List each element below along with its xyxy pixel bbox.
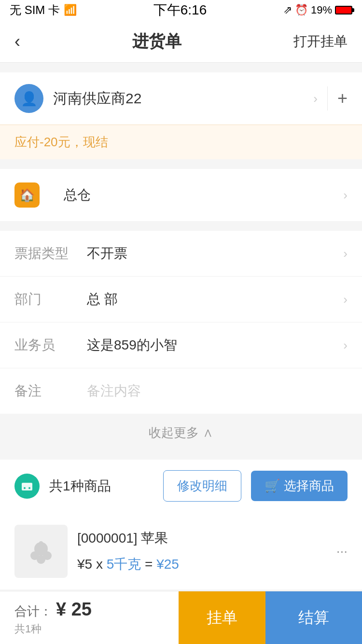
product-item: [0000001] 苹果 ¥5 x 5千克 = ¥25 ··· <box>0 513 362 589</box>
product-price: ¥5 x 5千克 = ¥25 <box>77 555 336 574</box>
form-section: 票据类型 不开票 › 部门 总 部 › 业务员 这是859的小智 › 备注 备注… <box>0 231 362 414</box>
status-bar: 无 SIM 卡 📶 下午6:16 ⇗ ⏰ 19% <box>0 0 362 20</box>
status-time: 下午6:16 <box>153 1 207 19</box>
products-section: 共1种商品 修改明细 🛒 选择商品 [0000001] 苹果 ¥5 x <box>0 460 362 589</box>
location-icon: ⇗ <box>283 4 292 16</box>
bottom-bar: 合计： ¥ 25 共1种 挂单 结算 <box>0 591 362 644</box>
svg-point-6 <box>37 555 45 564</box>
product-name: [0000001] 苹果 <box>77 529 336 547</box>
gap2 <box>0 159 362 169</box>
total-sub: 共1种 <box>14 622 164 636</box>
quantity: 5千克 <box>107 557 141 572</box>
select-product-button[interactable]: 🛒 选择商品 <box>251 471 348 501</box>
department-row[interactable]: 部门 总 部 › <box>0 277 362 322</box>
alarm-icon: ⏰ <box>295 4 308 16</box>
warehouse-row[interactable]: 🏠 总仓 › <box>0 169 362 221</box>
total-amount: ¥ 25 <box>56 599 92 620</box>
product-thumbnail <box>14 525 68 578</box>
supplier-avatar: 👤 <box>14 84 43 113</box>
collapse-row[interactable]: 收起更多 ∧ <box>0 414 362 452</box>
status-right: ⇗ ⏰ 19% <box>283 4 352 16</box>
svg-point-1 <box>24 487 26 489</box>
product-title: 苹果 <box>141 531 168 546</box>
svg-rect-0 <box>22 483 32 490</box>
salesperson-label: 业务员 <box>14 336 72 354</box>
warehouse-name: 总仓 <box>64 186 343 204</box>
hang-button[interactable]: 挂单 <box>179 591 265 644</box>
department-chevron-icon: › <box>343 292 348 307</box>
products-header: 共1种商品 修改明细 🛒 选择商品 <box>0 460 362 512</box>
equals-sign: = <box>145 557 156 572</box>
gap1 <box>0 63 362 72</box>
remarks-row[interactable]: 备注 备注内容 <box>0 368 362 414</box>
invoice-type-row[interactable]: 票据类型 不开票 › <box>0 231 362 277</box>
battery-percent: 19% <box>311 4 332 16</box>
warehouse-chevron-icon: › <box>343 188 348 203</box>
products-icon <box>14 474 40 499</box>
supplier-chevron-icon[interactable]: › <box>313 91 318 106</box>
notice-banner: 应付-20元，现结 <box>0 125 362 159</box>
select-product-label: 选择商品 <box>284 477 334 494</box>
total-section: 合计： ¥ 25 共1种 <box>0 599 179 636</box>
total-label: 合计： <box>14 603 52 620</box>
supplier-row: 👤 河南供应商22 › + <box>0 72 362 125</box>
remarks-input[interactable]: 备注内容 <box>87 382 348 400</box>
invoice-type-chevron-icon: › <box>343 246 348 261</box>
gap4 <box>0 452 362 460</box>
unit-price: ¥5 x <box>77 557 107 572</box>
checkout-button[interactable]: 结算 <box>265 591 362 644</box>
product-code: [0000001] <box>77 531 141 546</box>
edit-detail-button[interactable]: 修改明细 <box>163 470 241 502</box>
warehouse-icon: 🏠 <box>14 182 40 208</box>
subtotal: ¥25 <box>156 557 179 572</box>
status-left: 无 SIM 卡 📶 <box>10 2 77 18</box>
wifi-icon: 📶 <box>64 4 77 16</box>
supplier-divider <box>327 86 328 111</box>
page-title: 进货单 <box>132 30 181 53</box>
back-button[interactable]: ‹ <box>14 31 20 52</box>
invoice-type-value: 不开票 <box>87 244 343 263</box>
products-count: 共1种商品 <box>49 477 153 495</box>
add-supplier-button[interactable]: + <box>337 88 348 109</box>
total-main: 合计： ¥ 25 <box>14 599 164 620</box>
gap3 <box>0 221 362 231</box>
open-pending-button[interactable]: 打开挂单 <box>293 32 348 51</box>
product-more-button[interactable]: ··· <box>336 544 348 559</box>
svg-point-7 <box>39 541 43 545</box>
warehouse-section: 🏠 总仓 › <box>0 169 362 221</box>
supplier-section: 👤 河南供应商22 › + 应付-20元，现结 <box>0 72 362 159</box>
collapse-label: 收起更多 ∧ <box>149 424 213 441</box>
salesperson-chevron-icon: › <box>343 338 348 353</box>
cart-icon: 🛒 <box>265 478 280 493</box>
salesperson-value: 这是859的小智 <box>87 336 343 354</box>
department-value: 总 部 <box>87 290 343 308</box>
carrier-label: 无 SIM 卡 <box>10 2 60 18</box>
product-info: [0000001] 苹果 ¥5 x 5千克 = ¥25 <box>77 529 336 574</box>
remarks-label: 备注 <box>14 382 72 400</box>
invoice-type-label: 票据类型 <box>14 244 72 263</box>
salesperson-row[interactable]: 业务员 这是859的小智 › <box>0 322 362 368</box>
nav-bar: ‹ 进货单 打开挂单 <box>0 20 362 63</box>
battery-icon <box>335 6 352 14</box>
supplier-name: 河南供应商22 <box>53 89 313 109</box>
svg-point-2 <box>28 487 30 489</box>
department-label: 部门 <box>14 290 72 308</box>
avatar-icon: 👤 <box>21 91 38 107</box>
